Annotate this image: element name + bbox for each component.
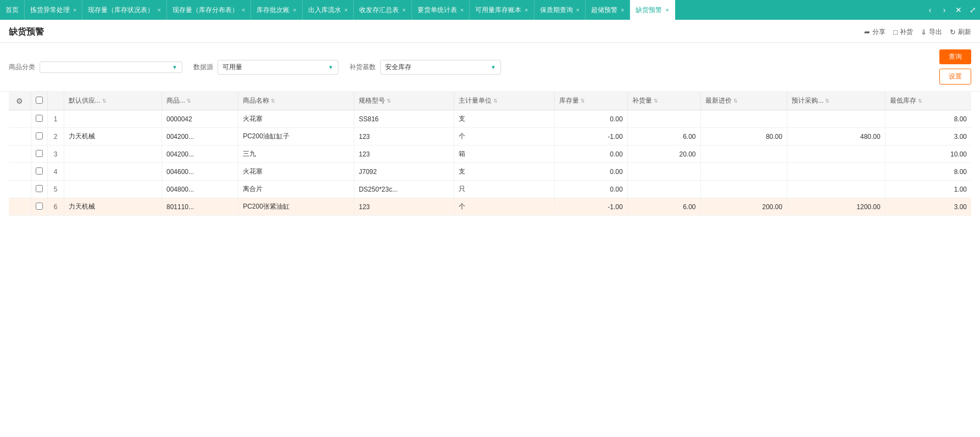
row-spec-1: 123	[354, 128, 454, 145]
row-latest-price-5: 200.00	[700, 198, 787, 216]
replenish-base-value: 安全库存	[385, 63, 411, 72]
row-gear-3	[9, 163, 31, 181]
tab-expiry[interactable]: 保质期查询 ×	[534, 0, 586, 20]
th-stock[interactable]: 库存量 ⇅	[554, 92, 627, 110]
row-replenish-4	[627, 181, 700, 198]
row-checkbox-3[interactable]	[36, 167, 43, 175]
replenish-base-select[interactable]: 安全库存 ▼	[380, 60, 501, 75]
tab-home[interactable]: 首页	[0, 0, 25, 20]
row-latest-price-3	[700, 163, 787, 181]
refresh-btn[interactable]: ↻ 刷新	[950, 27, 971, 37]
row-checkbox-2[interactable]	[36, 150, 43, 157]
th-replenish[interactable]: 补货量 ⇅	[627, 92, 700, 110]
row-min-stock-0: 8.00	[885, 110, 971, 128]
close-tab-6[interactable]: ×	[402, 7, 405, 13]
tab-inventory-status[interactable]: 现存量（库存状况表） ×	[82, 0, 166, 20]
table-header-row: ⚙ 默认供应... ⇅ 商品...	[9, 92, 971, 110]
select-all-checkbox[interactable]	[36, 97, 43, 104]
row-unit-0: 支	[454, 110, 555, 128]
row-spec-0: SS816	[354, 110, 454, 128]
th-unit[interactable]: 主计量单位 ⇅	[454, 92, 555, 110]
row-checkbox-0[interactable]	[36, 115, 43, 122]
th-gear: ⚙	[9, 92, 31, 110]
tab-close-btn[interactable]: ✕	[951, 0, 966, 20]
tab-batch-account[interactable]: 库存批次账 ×	[251, 0, 302, 20]
replenish-base-arrow-icon: ▼	[491, 64, 496, 70]
tab-shortage[interactable]: 缺货预警 ×	[630, 0, 675, 20]
table-row: 3 004200... 三九 123 箱 0.00 20.00 10.00	[9, 145, 971, 163]
close-tab-3[interactable]: ×	[242, 7, 245, 13]
row-check-5[interactable]	[31, 198, 47, 216]
row-supplier-3	[64, 163, 162, 181]
sort-supplier-icon: ⇅	[102, 98, 107, 104]
row-check-4[interactable]	[31, 181, 47, 198]
share-btn[interactable]: ➦ 分享	[864, 27, 886, 37]
close-tab-9[interactable]: ×	[576, 7, 580, 13]
row-unit-3: 支	[454, 163, 555, 181]
row-check-1[interactable]	[31, 128, 47, 145]
close-tab-10[interactable]: ×	[621, 7, 624, 13]
header-actions: ➦ 分享 □ 补货 ⇓ 导出 ↻ 刷新	[864, 27, 971, 37]
row-replenish-2: 20.00	[627, 145, 700, 163]
row-name-4: 离合片	[238, 181, 354, 198]
category-filter-group: 商品分类 ▼	[9, 61, 182, 73]
row-est-purchase-4	[787, 181, 886, 198]
row-sku-3: 004600...	[162, 163, 238, 181]
th-est-purchase[interactable]: 预计采购... ⇅	[787, 92, 886, 110]
export-btn[interactable]: ⇓ 导出	[921, 27, 942, 37]
close-tab-11[interactable]: ×	[665, 7, 669, 13]
row-name-5: PC200张紧油缸	[238, 198, 354, 216]
close-tab-7[interactable]: ×	[460, 7, 464, 13]
close-tab-8[interactable]: ×	[525, 7, 528, 13]
row-checkbox-4[interactable]	[36, 185, 43, 192]
action-buttons: 查询 设置	[939, 49, 971, 85]
row-no-2: 3	[47, 145, 64, 163]
row-min-stock-5: 3.00	[885, 198, 971, 216]
tab-order-stats[interactable]: 要货单统计表 ×	[412, 0, 470, 20]
close-tab-5[interactable]: ×	[344, 7, 348, 13]
tab-receipt-summary[interactable]: 收发存汇总表 ×	[354, 0, 411, 20]
row-check-3[interactable]	[31, 163, 47, 181]
sort-replenish-icon: ⇅	[654, 98, 658, 104]
tab-available-ledger[interactable]: 可用量库存账本 ×	[470, 0, 534, 20]
row-stock-4: 0.00	[554, 181, 627, 198]
table-container: ⚙ 默认供应... ⇅ 商品...	[0, 92, 980, 216]
row-checkbox-5[interactable]	[36, 203, 43, 210]
th-spec[interactable]: 规格型号 ⇅	[354, 92, 454, 110]
tab-inventory-dist[interactable]: 现存量（库存分布表） ×	[167, 0, 251, 20]
row-check-0[interactable]	[31, 110, 47, 128]
replenish-btn[interactable]: □ 补货	[893, 27, 913, 37]
row-no-5: 6	[47, 198, 64, 216]
table-row: 1 0000042 火花塞 SS816 支 0.00 8.00	[9, 110, 971, 128]
row-unit-4: 只	[454, 181, 555, 198]
table-row: 6 力天机械 801110... PC200张紧油缸 123 个 -1.00 6…	[9, 198, 971, 216]
th-supplier[interactable]: 默认供应... ⇅	[64, 92, 162, 110]
category-select[interactable]: ▼	[40, 61, 182, 73]
close-tab-2[interactable]: ×	[157, 7, 160, 13]
tab-next-btn[interactable]: ›	[937, 0, 951, 20]
row-min-stock-3: 8.00	[885, 163, 971, 181]
th-check	[31, 92, 47, 110]
th-latest-price[interactable]: 最新进价 ⇅	[700, 92, 787, 110]
close-tab-1[interactable]: ×	[73, 7, 76, 13]
row-gear-0	[9, 110, 31, 128]
th-sku[interactable]: 商品... ⇅	[162, 92, 238, 110]
row-min-stock-1: 3.00	[885, 128, 971, 145]
gear-icon[interactable]: ⚙	[16, 97, 23, 105]
table-row: 5 004800... 离合片 DS250*23c... 只 0.00 1.00	[9, 181, 971, 198]
tab-abnormal[interactable]: 拣货异常处理 ×	[25, 0, 82, 20]
row-replenish-0	[627, 110, 700, 128]
query-button[interactable]: 查询	[939, 49, 971, 64]
close-tab-4[interactable]: ×	[293, 7, 296, 13]
tab-expand-btn[interactable]: ⤢	[966, 0, 980, 20]
row-check-2[interactable]	[31, 145, 47, 163]
row-checkbox-1[interactable]	[36, 132, 43, 139]
tab-overstock[interactable]: 超储预警 ×	[586, 0, 630, 20]
settings-button[interactable]: 设置	[939, 69, 971, 85]
tab-prev-btn[interactable]: ‹	[923, 0, 937, 20]
tab-inout-flow[interactable]: 出入库流水 ×	[303, 0, 354, 20]
th-name[interactable]: 商品名称 ⇅	[238, 92, 354, 110]
table-row: 2 力天机械 004200... PC200油缸缸子 123 个 -1.00 6…	[9, 128, 971, 145]
th-min-stock[interactable]: 最低库存 ⇅	[885, 92, 971, 110]
datasource-select[interactable]: 可用量 ▼	[218, 60, 338, 75]
